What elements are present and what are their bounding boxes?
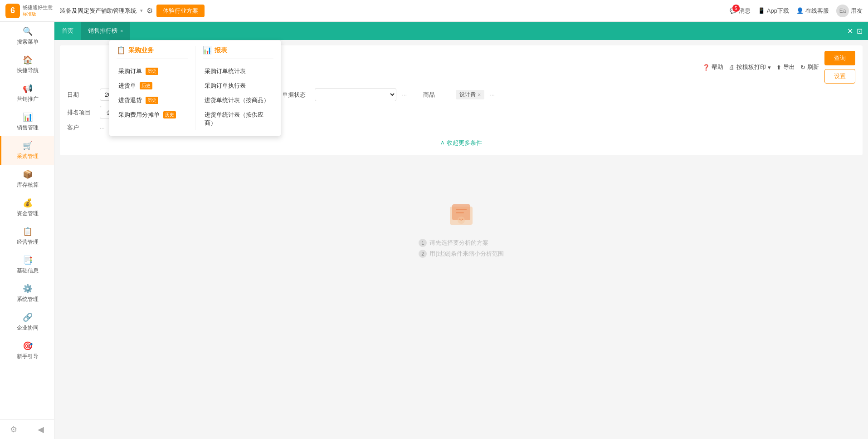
- svg-rect-2: [456, 209, 467, 210]
- inbound-stat-goods-item[interactable]: 进货单统计表（按商品）: [203, 93, 274, 108]
- sales-icon: 📊: [23, 112, 33, 122]
- tab-bar: 首页 销售排行榜 × ✕ ⊡: [54, 22, 868, 40]
- sidebar-item-quick-nav[interactable]: 🏠 快捷导航: [0, 50, 54, 79]
- customer-label: 客户: [67, 123, 94, 132]
- refresh-btn[interactable]: ↻ 刷新: [800, 63, 819, 71]
- home-icon: 🏠: [23, 55, 33, 65]
- purchase-dropdown-overlay: 📋 采购业务 采购订单 历史 进货单 历史 进货退货 历史: [109, 40, 281, 136]
- svg-rect-3: [456, 212, 464, 213]
- industry-btn[interactable]: 体验行业方案: [156, 5, 205, 17]
- empty-tip-1: 1 请先选择要分析的方案: [419, 239, 503, 247]
- avatar: Ea: [836, 5, 849, 17]
- query-btn[interactable]: 查询: [824, 51, 855, 65]
- inventory-icon: 📦: [23, 169, 33, 179]
- collab-icon: 🔗: [23, 312, 33, 322]
- message-count-badge: 5: [732, 5, 740, 12]
- system-settings-icon[interactable]: ⚙: [146, 6, 153, 15]
- inbound-stat-supplier-item[interactable]: 进货单统计表（按供应商）: [203, 108, 274, 130]
- purchase-report-col: 📊 报表 采购订单统计表 采购订单执行表 进货单统计表（按商品） 进货单统计表（…: [195, 46, 281, 130]
- system-dropdown-icon[interactable]: ▾: [140, 8, 143, 14]
- print-icon: 🖨: [729, 64, 735, 71]
- sidebar-item-sales[interactable]: 📊 销售管理: [0, 108, 54, 136]
- messages-btn[interactable]: 💬 5 消息: [730, 7, 751, 15]
- sidebar-item-finance[interactable]: 💰 资金管理: [0, 193, 54, 222]
- collapse-row[interactable]: ∧ 收起更多条件: [67, 136, 855, 150]
- print-btn[interactable]: 🖨 按模板打印 ▾: [729, 63, 771, 71]
- sidebar-item-collab[interactable]: 🔗 企业协同: [0, 308, 54, 336]
- purchase-business-col: 📋 采购业务 采购订单 历史 进货单 历史 进货退货 历史: [109, 46, 195, 130]
- export-btn[interactable]: ⬆ 导出: [776, 63, 795, 71]
- help-icon: ❓: [702, 64, 710, 71]
- sidebar: 🔍 搜索菜单 🏠 快捷导航 📢 营销推广 📊 销售管理 🛒 采购管理 📦 库存核…: [0, 22, 54, 439]
- settings-btn[interactable]: 设置: [824, 69, 855, 84]
- logo-icon: 6: [5, 4, 20, 18]
- purchase-order-history-badge: 历史: [146, 68, 158, 75]
- help-btn[interactable]: ❓ 帮助: [702, 63, 723, 71]
- system-title[interactable]: 装备及固定资产辅助管理系统: [60, 7, 137, 15]
- sidebar-item-purchase[interactable]: 🛒 采购管理: [0, 136, 54, 165]
- goods-label: 商品: [423, 91, 450, 99]
- purchase-order-item[interactable]: 采购订单 历史: [117, 64, 188, 79]
- sidebar-item-basic-info[interactable]: 📑 基础信息: [0, 251, 54, 279]
- export-icon: ⬆: [776, 64, 781, 71]
- sidebar-item-system[interactable]: ⚙️ 系统管理: [0, 279, 54, 308]
- online-service-btn[interactable]: 👤 在线客服: [796, 7, 829, 15]
- content-area: 首页 销售排行榜 × ✕ ⊡ ❓ 帮助: [54, 22, 868, 439]
- print-dropdown-icon[interactable]: ▾: [768, 64, 771, 71]
- mobile-icon: 📱: [758, 7, 765, 14]
- sidebar-item-guide[interactable]: 🎯 新手引导: [0, 336, 54, 365]
- purchase-order-stat-item[interactable]: 采购订单统计表: [203, 64, 274, 79]
- top-navbar: 6 畅捷通好生意 标准版 装备及固定资产辅助管理系统 ▾ ⚙ 体验行业方案 💬 …: [0, 0, 868, 22]
- logo-area: 6 畅捷通好生意 标准版: [5, 4, 60, 18]
- main-layout: 🔍 搜索菜单 🏠 快捷导航 📢 营销推广 📊 销售管理 🛒 采购管理 📦 库存核…: [0, 22, 868, 439]
- bill-status-select[interactable]: [315, 88, 396, 101]
- tab-home[interactable]: 首页: [54, 22, 81, 40]
- tab-close-icon[interactable]: ×: [120, 28, 123, 34]
- goods-tag-close[interactable]: ×: [478, 92, 481, 98]
- app-download-btn[interactable]: 📱 App下载: [758, 7, 789, 15]
- nav-center: 装备及固定资产辅助管理系统 ▾ ⚙ 体验行业方案: [60, 5, 730, 17]
- messages-badge-wrap: 💬 5: [730, 7, 737, 14]
- bill-status-more[interactable]: ···: [402, 91, 407, 98]
- empty-state: 1 请先选择要分析的方案 2 用[过滤]条件来缩小分析范围: [60, 159, 863, 294]
- tip-num-1: 1: [419, 239, 427, 247]
- customer-more[interactable]: ···: [100, 124, 105, 131]
- purchase-expense-item[interactable]: 采购费用分摊单 历史: [117, 108, 188, 122]
- purchase-business-icon: 📋: [117, 46, 126, 54]
- purchase-dropdown-menu: 📋 采购业务 采购订单 历史 进货单 历史 进货退货 历史: [109, 40, 281, 136]
- search-icon: 🔍: [23, 26, 33, 36]
- purchase-order-exec-item[interactable]: 采购订单执行表: [203, 79, 274, 93]
- nav-right: 💬 5 消息 📱 App下载 👤 在线客服 Ea 用友: [730, 5, 863, 17]
- date-label: 日期: [67, 91, 94, 99]
- purchase-business-header: 📋 采购业务: [117, 46, 188, 59]
- system-icon: ⚙️: [23, 284, 33, 294]
- empty-tips: 1 请先选择要分析的方案 2 用[过滤]条件来缩小分析范围: [419, 239, 503, 258]
- sidebar-item-search[interactable]: 🔍 搜索菜单: [0, 22, 54, 50]
- goods-more[interactable]: ···: [490, 91, 495, 98]
- sidebar-item-marketing[interactable]: 📢 营销推广: [0, 79, 54, 108]
- tab-maximize-icon[interactable]: ⊡: [857, 27, 863, 35]
- sidebar-collapse-icon[interactable]: ◀: [38, 424, 44, 434]
- inbound-bill-item[interactable]: 进货单 历史: [117, 79, 188, 93]
- return-goods-history-badge: 历史: [146, 97, 158, 104]
- collapse-icon: ∧: [440, 139, 445, 147]
- empty-tip-2: 2 用[过滤]条件来缩小分析范围: [419, 250, 503, 258]
- purchase-icon: 🛒: [23, 141, 33, 151]
- bill-status-label: 单据状态: [282, 91, 309, 99]
- basic-info-icon: 📑: [23, 255, 33, 265]
- service-icon: 👤: [796, 7, 804, 14]
- empty-state-icon: [443, 195, 479, 232]
- tab-close-window-icon[interactable]: ✕: [847, 27, 853, 35]
- toolbar-right: ❓ 帮助 🖨 按模板打印 ▾ ⬆ 导出 ↻: [702, 63, 819, 71]
- tab-right-icons: ✕ ⊡: [847, 27, 868, 35]
- report-icon: 📊: [203, 46, 212, 54]
- sidebar-settings-icon[interactable]: ⚙: [10, 424, 17, 434]
- sidebar-item-operation[interactable]: 📋 经营管理: [0, 222, 54, 251]
- user-btn[interactable]: Ea 用友: [836, 5, 863, 17]
- sidebar-item-inventory[interactable]: 📦 库存核算: [0, 165, 54, 193]
- return-goods-item[interactable]: 进货退货 历史: [117, 93, 188, 108]
- refresh-icon: ↻: [800, 64, 805, 71]
- marketing-icon: 📢: [23, 84, 33, 94]
- tab-sales-rank[interactable]: 销售排行榜 ×: [81, 22, 130, 40]
- finance-icon: 💰: [23, 198, 33, 208]
